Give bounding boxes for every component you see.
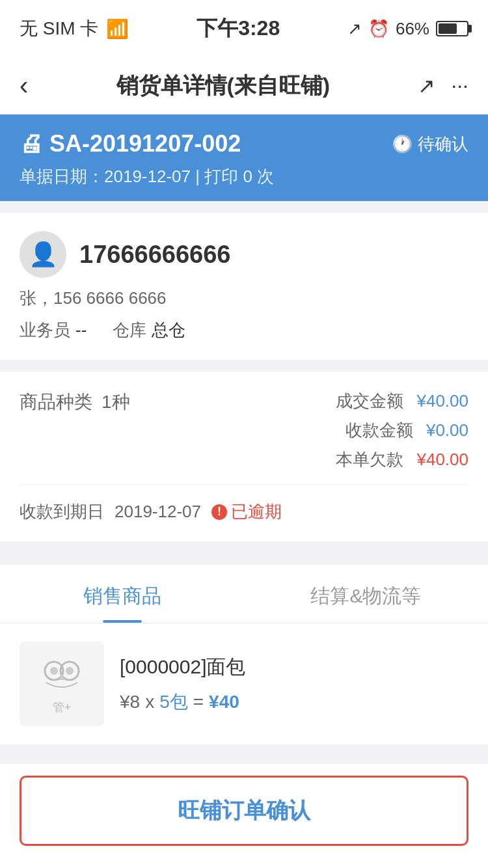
due-date-label: 收款到期日 <box>20 500 104 523</box>
nav-actions: ↗ ··· <box>418 74 468 98</box>
received-row: 收款金额 ¥0.00 <box>346 419 468 442</box>
battery-percent: 66% <box>396 19 429 39</box>
product-info: [0000002]面包 ¥8 x 5包 = ¥40 <box>120 654 468 714</box>
back-button[interactable]: ‹ <box>20 71 28 100</box>
warehouse-field: 仓库 总仓 <box>113 319 185 342</box>
product-name: [0000002]面包 <box>120 654 468 681</box>
order-id: 🖨 SA-20191207-002 <box>20 130 241 157</box>
tab-settlement[interactable]: 结算&物流等 <box>244 565 488 623</box>
more-button[interactable]: ··· <box>451 74 468 98</box>
customer-phone: 17666666666 <box>79 241 230 269</box>
status-bar: 无 SIM 卡 📶 下午3:28 ↗ ⏰ 66% <box>0 0 488 57</box>
product-type-field: 商品种类 1种 <box>20 390 130 414</box>
avatar-icon: 👤 <box>29 241 58 268</box>
svg-point-3 <box>66 667 74 675</box>
product-price-row: ¥8 x 5包 = ¥40 <box>120 690 468 714</box>
no-sim-text: 无 SIM 卡 <box>20 16 98 41</box>
confirm-order-button[interactable]: 旺铺订单确认 <box>20 776 468 846</box>
alarm-icon: ⏰ <box>368 19 389 39</box>
order-meta: 单据日期：2019-12-07 | 打印 0 次 <box>20 165 468 188</box>
product-thumb-logo <box>36 653 88 698</box>
price-unit: ¥8 <box>120 692 140 712</box>
page-title: 销货单详情(来自旺铺) <box>116 71 331 101</box>
customer-info: 张，156 6666 6666 <box>20 287 468 310</box>
wifi-icon: 📶 <box>106 18 129 40</box>
svg-point-2 <box>50 667 58 675</box>
customer-details: 业务员 -- 仓库 总仓 <box>20 319 468 342</box>
battery-icon <box>436 21 468 36</box>
product-type-label: 商品种类 <box>20 390 92 414</box>
nav-bar: ‹ 销货单详情(来自旺铺) ↗ ··· <box>0 57 488 115</box>
price-qty: 5包 <box>159 690 188 714</box>
divider-2 <box>0 541 488 553</box>
balance-value: ¥40.00 <box>416 450 468 470</box>
warehouse-label: 仓库 <box>113 319 146 342</box>
table-row: 管+ [0000002]面包 ¥8 x 5包 = ¥40 <box>20 642 468 726</box>
multiply-symbol: x <box>145 692 154 712</box>
product-type-value: 1种 <box>102 390 130 414</box>
tab-products[interactable]: 销售商品 <box>0 565 244 623</box>
tabs-row: 销售商品 结算&物流等 <box>0 565 488 623</box>
order-header: 🖨 SA-20191207-002 🕐 待确认 单据日期：2019-12-07 … <box>0 115 488 201</box>
amount-section: 商品种类 1种 成交金额 ¥40.00 收款金额 ¥0.00 本单欠款 ¥40.… <box>0 372 488 541</box>
tabs-section: 销售商品 结算&物流等 <box>0 565 488 744</box>
bottom-bar: 旺铺订单确认 <box>0 764 488 868</box>
equals-symbol: = <box>193 692 204 712</box>
transaction-value: ¥40.00 <box>416 391 468 411</box>
status-left: 无 SIM 卡 📶 <box>20 16 129 41</box>
balance-label: 本单欠款 <box>336 448 403 471</box>
status-right: ↗ ⏰ 66% <box>347 19 468 39</box>
financial-summary: 成交金额 ¥40.00 收款金额 ¥0.00 本单欠款 ¥40.00 <box>336 390 468 471</box>
due-date-section: 收款到期日 2019-12-07 ! 已逾期 <box>20 484 468 523</box>
avatar: 👤 <box>20 231 66 278</box>
salesperson-value: -- <box>75 320 87 340</box>
balance-row: 本单欠款 ¥40.00 <box>336 448 468 471</box>
transaction-label: 成交金额 <box>336 390 403 413</box>
received-label: 收款金额 <box>346 419 413 442</box>
order-status: 🕐 待确认 <box>392 133 468 156</box>
due-row: 收款到期日 2019-12-07 ! 已逾期 <box>20 500 468 523</box>
product-list: 管+ [0000002]面包 ¥8 x 5包 = ¥40 <box>0 623 488 744</box>
salesperson-field: 业务员 -- <box>20 319 87 342</box>
status-clock-icon: 🕐 <box>392 134 413 154</box>
status-time: 下午3:28 <box>197 14 280 43</box>
salesperson-label: 业务员 <box>20 319 70 342</box>
due-date-value: 2019-12-07 <box>115 502 201 522</box>
share-button[interactable]: ↗ <box>418 74 435 98</box>
product-thumbnail: 管+ <box>20 642 104 726</box>
customer-section: 👤 17666666666 张，156 6666 6666 业务员 -- 仓库 … <box>0 213 488 360</box>
product-thumb-text: 管+ <box>53 699 72 715</box>
location-icon: ↗ <box>347 19 362 39</box>
price-total: ¥40 <box>209 692 239 712</box>
order-icon: 🖨 <box>20 130 43 157</box>
overdue-text: 已逾期 <box>231 500 282 523</box>
warehouse-value: 总仓 <box>152 319 185 342</box>
overdue-badge: ! 已逾期 <box>211 500 282 523</box>
received-value: ¥0.00 <box>426 420 468 441</box>
divider-1 <box>0 360 488 372</box>
transaction-row: 成交金额 ¥40.00 <box>336 390 468 413</box>
overdue-icon: ! <box>211 504 227 520</box>
product-code: [0000002] <box>120 656 206 677</box>
